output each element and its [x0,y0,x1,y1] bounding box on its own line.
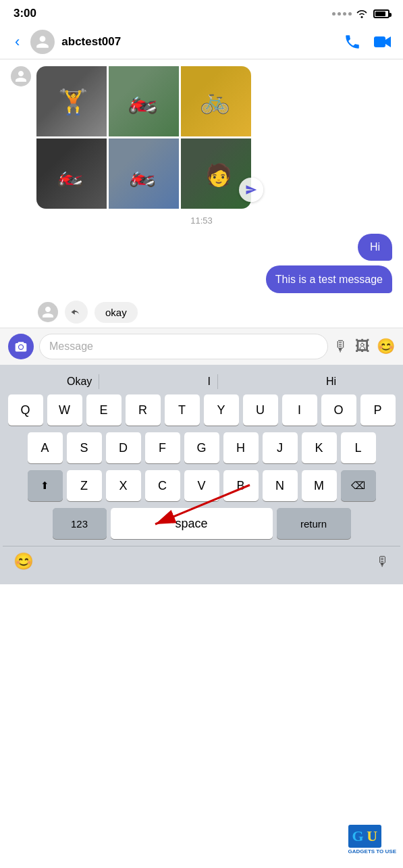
chat-area: 11:53 Hi This is a test message okay [0,59,403,365]
key-A[interactable]: A [28,432,63,463]
key-H[interactable]: H [223,432,259,463]
key-E[interactable]: E [86,394,122,426]
bubble-hi: Hi [358,234,392,261]
key-D[interactable]: D [106,432,141,463]
bubble-test: This is a test message [266,265,392,294]
media-cell-1 [36,66,107,136]
svg-point-3 [19,345,23,349]
message-input[interactable]: Message [39,334,328,359]
quick-reply-row: okay [0,297,403,328]
shift-key[interactable]: ⬆ [28,470,63,501]
input-bar: Message 🎙 🖼 😊 [0,328,403,365]
key-Z[interactable]: Z [67,470,102,501]
key-V[interactable]: V [184,470,219,501]
avatar [30,30,55,54]
return-key[interactable]: return [277,508,351,539]
header-icons [344,33,392,51]
key-Q[interactable]: Q [8,394,43,426]
video-icon[interactable] [373,33,392,51]
key-N[interactable]: N [263,470,298,501]
key-G[interactable]: G [184,432,219,463]
media-cell-4 [36,138,107,209]
key-L[interactable]: L [341,432,376,463]
suggestions-row: Okay I Hi [3,370,400,394]
suggestion-okay[interactable]: Okay [60,374,99,389]
key-row-1: Q W E R T Y U I O P [3,394,400,426]
key-M[interactable]: M [302,470,337,501]
media-cell-5 [109,138,179,209]
status-time: 3:00 [14,7,36,20]
mic-icon[interactable]: 🎙 [333,338,348,355]
quick-reply-okay[interactable]: okay [95,302,138,323]
key-F[interactable]: F [145,432,180,463]
status-bar: 3:00 [0,0,403,24]
backspace-key[interactable]: ⌫ [341,470,376,501]
forward-button[interactable] [239,178,263,202]
key-O[interactable]: O [321,394,356,426]
key-B[interactable]: B [223,470,259,501]
media-cell-6 [181,138,251,209]
back-button[interactable]: ‹ [11,33,24,51]
key-J[interactable]: J [263,432,298,463]
contact-name[interactable]: abctest007 [61,35,337,49]
camera-button[interactable] [8,334,34,359]
sticker-icon[interactable]: 😊 [377,338,395,355]
key-row-4: 123 space return [3,508,400,539]
key-R[interactable]: R [126,394,161,426]
svg-rect-0 [374,36,385,47]
suggestion-i[interactable]: I [200,374,217,389]
watermark: G U GADGETS TO USE [348,825,396,854]
signal-icon [332,12,352,16]
phone-icon[interactable] [344,33,361,51]
key-S[interactable]: S [67,432,102,463]
key-P[interactable]: P [360,394,396,426]
status-icons [332,9,389,18]
message-hi: Hi [0,232,403,262]
timestamp: 11:53 [0,215,403,226]
reply-avatar [38,302,58,322]
key-X[interactable]: X [106,470,141,501]
input-right-icons: 🎙 🖼 😊 [333,338,395,355]
number-key[interactable]: 123 [53,508,107,539]
message-test: This is a test message [0,264,403,295]
dictation-key[interactable]: 🎙 [376,554,389,569]
media-cell-3 [181,66,251,136]
key-U[interactable]: U [243,394,278,426]
suggestion-hi[interactable]: Hi [319,374,343,389]
reply-button[interactable] [65,301,88,324]
media-grid [36,66,251,209]
emoji-key[interactable]: 😊 [14,552,34,571]
key-K[interactable]: K [302,432,337,463]
media-cell-2 [109,66,179,136]
header: ‹ abctest007 [0,24,403,59]
keyboard-bottom-bar: 😊 🎙 [3,546,400,582]
key-row-3: ⬆ Z X C V B N M ⌫ [3,470,400,501]
keyboard: Okay I Hi Q W E R T Y U I O P A S D F G … [0,365,403,584]
key-W[interactable]: W [47,394,82,426]
key-C[interactable]: C [145,470,180,501]
key-T[interactable]: T [165,394,200,426]
key-Y[interactable]: Y [204,394,239,426]
message-placeholder: Message [49,340,93,353]
key-I[interactable]: I [282,394,317,426]
sender-avatar [11,66,31,86]
photo-icon[interactable]: 🖼 [355,338,370,355]
key-row-2: A S D F G H J K L [3,432,400,463]
battery-icon [373,9,389,18]
space-key[interactable]: space [111,508,273,539]
wifi-icon [356,9,368,18]
